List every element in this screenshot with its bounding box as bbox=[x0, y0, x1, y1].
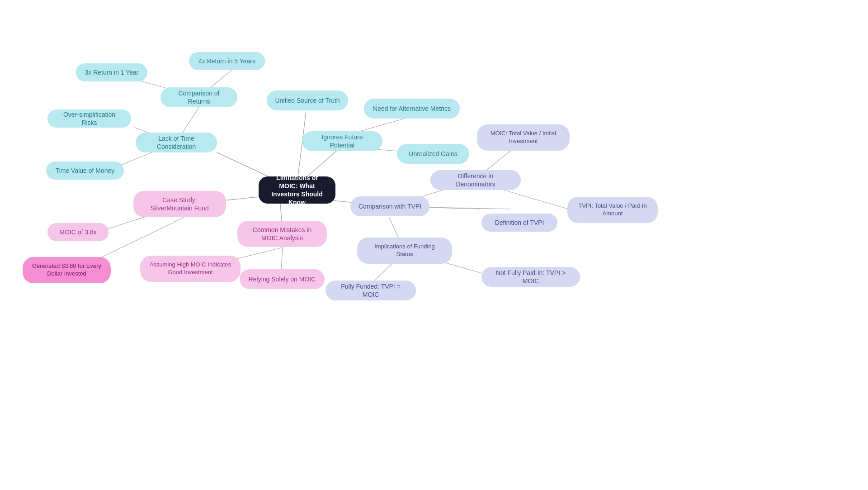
unified-source-node[interactable]: Unified Source of Truth bbox=[267, 90, 348, 110]
comparison-returns-node[interactable]: Comparison of Returns bbox=[160, 87, 237, 107]
case-study-node[interactable]: Case Study: SilverMountain Fund bbox=[133, 191, 226, 217]
lack-of-time-node[interactable]: Lack of Time Consideration bbox=[136, 133, 217, 152]
comparison-tvpi-node[interactable]: Comparison with TVPI bbox=[350, 196, 429, 216]
common-mistakes-node[interactable]: Common Mistakes in MOIC Analysis bbox=[237, 221, 327, 247]
definition-tvpi-node[interactable]: Definition of TVPI bbox=[481, 214, 557, 232]
over-simplification-node[interactable]: Over-simplification Risks bbox=[47, 109, 131, 128]
unrealized-gains-node[interactable]: Unrealized Gains bbox=[397, 144, 469, 164]
implications-funding-node[interactable]: Implications of Funding Status bbox=[357, 238, 452, 264]
fully-funded-node[interactable]: Fully Funded: TVPI = MOIC bbox=[326, 281, 416, 300]
time-value-node[interactable]: Time Value of Money bbox=[46, 162, 124, 180]
moic-3-8-node[interactable]: MOIC of 3.8x bbox=[47, 223, 108, 241]
center-node[interactable]: Limitations of MOIC: What Investors Shou… bbox=[259, 176, 335, 204]
generated-node[interactable]: Generated $3.80 for Every Dollar Investe… bbox=[23, 257, 111, 283]
ignores-future-node[interactable]: Ignores Future Potential bbox=[302, 131, 382, 151]
diff-denominators-node[interactable]: Difference in Denominators bbox=[430, 170, 521, 190]
relying-solely-node[interactable]: Relying Solely on MOIC bbox=[240, 269, 325, 289]
tvpi-formula-node[interactable]: TVPI: Total Value / Paid-In Amount bbox=[567, 197, 658, 223]
moic-formula-node[interactable]: MOIC: Total Value / Initial Investment bbox=[477, 124, 570, 151]
return-3x-node[interactable]: 3x Return in 1 Year bbox=[76, 63, 147, 81]
assuming-high-node[interactable]: Assuming High MOIC Indicates Good Invest… bbox=[140, 256, 241, 282]
not-fully-paid-node[interactable]: Not Fully Paid-In: TVPI > MOIC bbox=[481, 267, 580, 287]
return-4x-node[interactable]: 4x Return in 5 Years bbox=[189, 52, 265, 70]
svg-line-24 bbox=[281, 247, 283, 269]
need-alternative-node[interactable]: Need for Alternative Metrics bbox=[364, 99, 460, 119]
